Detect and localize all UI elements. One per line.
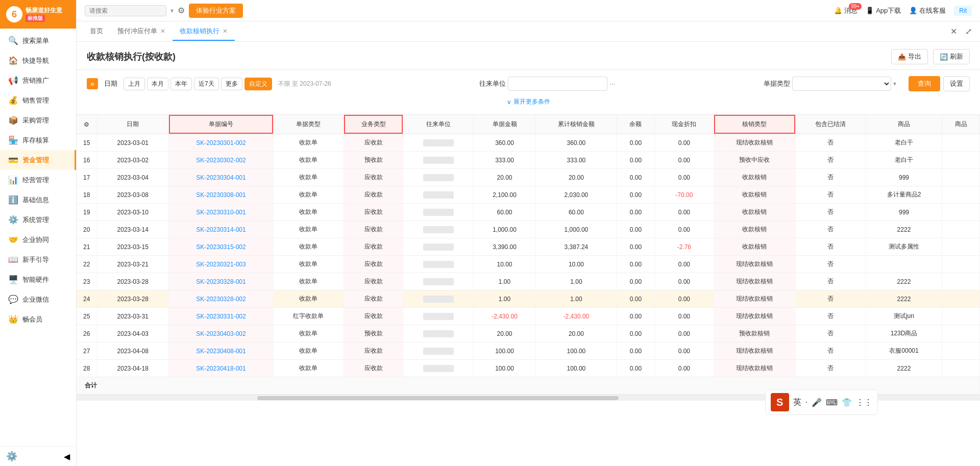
header-gear-icon[interactable]: ⚙ (178, 6, 185, 15)
query-btn[interactable]: 查询 (909, 76, 940, 91)
cell-order-no[interactable]: SK-20230328-002 (168, 290, 273, 308)
order-no-link[interactable]: SK-20230328-001 (196, 278, 246, 285)
order-no-link[interactable]: SK-20230321-003 (196, 261, 246, 268)
table-row[interactable]: 182023-03-08SK-20230308-001收款单应收款2,100.0… (77, 186, 980, 204)
cell-order-no[interactable]: SK-20230302-002 (168, 152, 273, 169)
cell-include-settled: 否 (795, 325, 866, 342)
online-service-button[interactable]: 👤 在线客服 (909, 6, 946, 15)
table-row[interactable]: 232023-03-28SK-20230328-001收款单应收款1.001.0… (77, 273, 980, 290)
tab-collection[interactable]: 收款核销执行 ✕ (173, 22, 235, 41)
cell-order-no[interactable]: SK-20230308-001 (168, 186, 273, 204)
tab-close-all-btn[interactable]: ✕ (948, 24, 959, 38)
cell-order-no[interactable]: SK-20230301-002 (168, 134, 273, 152)
table-row[interactable]: 152023-03-01SK-20230301-002收款单应收款360.003… (77, 134, 980, 152)
table-row[interactable]: 202023-03-14SK-20230314-001收款单应收款1,000.0… (77, 221, 980, 238)
cell-order-no[interactable]: SK-20230331-002 (168, 308, 273, 325)
partner-input[interactable] (508, 77, 607, 91)
order-no-link[interactable]: SK-20230315-002 (196, 243, 246, 251)
date-btn-custom[interactable]: 自定义 (244, 78, 272, 90)
sidebar-item-wechat[interactable]: 💬 企业微信 (0, 289, 76, 309)
cell-order-no[interactable]: SK-20230408-001 (168, 342, 273, 360)
dropdown-icon[interactable]: ▾ (170, 7, 174, 14)
sidebar-collapse-icon[interactable]: ◀ (64, 452, 70, 461)
sidebar-item-finance[interactable]: 💳 资金管理 (0, 150, 76, 170)
date-btn-more[interactable]: 更多 (221, 78, 242, 90)
sidebar-item-shortcut[interactable]: 🏠 快捷导航 (0, 51, 76, 70)
date-btn-7days[interactable]: 近7天 (194, 78, 219, 90)
table-row[interactable]: 162023-03-02SK-20230302-002收款单预收款333.003… (77, 152, 980, 169)
cell-order-no[interactable]: SK-20230310-001 (168, 204, 273, 221)
sidebar-settings-icon[interactable]: ⚙️ (6, 451, 17, 462)
kb-text-btn[interactable]: 英 (793, 397, 801, 408)
table-row[interactable]: 192023-03-10SK-20230310-001收款单应收款60.0060… (77, 204, 980, 221)
expand-more-btn[interactable]: ∨ 展开更多条件 (507, 97, 550, 106)
sidebar-item-corp[interactable]: 🤝 企业协同 (0, 230, 76, 250)
sidebar-item-guide[interactable]: 📖 新手引导 (0, 250, 76, 269)
settings-btn[interactable]: 设置 (943, 76, 970, 91)
sidebar-item-basic[interactable]: ℹ️ 基础信息 (0, 190, 76, 210)
cell-order-no[interactable]: SK-20230314-001 (168, 221, 273, 238)
order-no-link[interactable]: SK-20230328-002 (196, 296, 246, 303)
order-no-link[interactable]: SK-20230301-002 (196, 139, 246, 146)
cell-order-no[interactable]: SK-20230315-002 (168, 238, 273, 256)
kb-mic-icon[interactable]: 🎤 (812, 398, 822, 407)
kb-grid-icon[interactable]: ⋮⋮ (856, 398, 872, 407)
tab-home[interactable]: 首页 (83, 22, 110, 41)
date-btn-this-year[interactable]: 本年 (170, 78, 192, 90)
kb-keyboard-icon[interactable]: ⌨ (826, 398, 838, 407)
scrollbar-thumb[interactable] (257, 396, 619, 400)
order-no-link[interactable]: SK-20230331-002 (196, 313, 246, 320)
tab-collection-close[interactable]: ✕ (223, 28, 228, 35)
order-no-link[interactable]: SK-20230304-001 (196, 174, 246, 181)
breadcrumb-search-input[interactable] (85, 5, 166, 16)
app-download-button[interactable]: 📱 App下载 (866, 6, 901, 15)
cell-goods: 2222 (866, 290, 942, 308)
table-row[interactable]: 282023-04-18SK-20230418-001收款单应收款100.001… (77, 360, 980, 377)
order-no-link[interactable]: SK-20230418-001 (196, 365, 246, 372)
experience-btn[interactable]: 体验行业方案 (189, 4, 243, 18)
cell-order-no[interactable]: SK-20230328-001 (168, 273, 273, 290)
cell-amount: 60.00 (474, 204, 535, 221)
cell-balance: 0.00 (617, 186, 654, 204)
tab-payable[interactable]: 预付冲应付单 ✕ (110, 22, 173, 41)
table-row[interactable]: 272023-04-08SK-20230408-001收款单应收款100.001… (77, 342, 980, 360)
sidebar-item-system[interactable]: ⚙️ 系统管理 (0, 210, 76, 230)
table-row[interactable]: 262023-04-03SK-20230403-002收款单预收款20.0020… (77, 325, 980, 342)
sidebar-item-sales[interactable]: 💰 销售管理 (0, 90, 76, 110)
tab-payable-close[interactable]: ✕ (160, 28, 165, 35)
order-no-link[interactable]: SK-20230302-002 (196, 157, 246, 164)
notice-button[interactable]: 🔔 消息 99+ (834, 6, 857, 15)
order-no-link[interactable]: SK-20230314-001 (196, 226, 246, 233)
sidebar-item-purchase[interactable]: 📦 采购管理 (0, 110, 76, 130)
filter-toggle-btn[interactable]: » (87, 78, 98, 89)
date-btn-this-month[interactable]: 本月 (147, 78, 168, 90)
date-btn-last-month[interactable]: 上月 (124, 78, 145, 90)
sidebar-item-marketing[interactable]: 📢 营销推广 (0, 70, 76, 90)
order-no-link[interactable]: SK-20230310-001 (196, 209, 246, 216)
cell-order-no[interactable]: SK-20230304-001 (168, 169, 273, 186)
table-row[interactable]: 172023-03-04SK-20230304-001收款单应收款20.0020… (77, 169, 980, 186)
sidebar-item-hardware[interactable]: 🖥️ 智能硬件 (0, 269, 76, 289)
cell-order-no[interactable]: SK-20230418-001 (168, 360, 273, 377)
sidebar-item-search[interactable]: 🔍 搜索菜单 (0, 31, 76, 51)
table-row[interactable]: 212023-03-15SK-20230315-002收款单应收款3,390.0… (77, 238, 980, 256)
table-row[interactable]: 222023-03-21SK-20230321-003收款单应收款10.0010… (77, 256, 980, 273)
order-no-link[interactable]: SK-20230408-001 (196, 348, 246, 355)
cell-date: 2023-03-14 (97, 221, 168, 238)
order-no-link[interactable]: SK-20230308-001 (196, 191, 246, 199)
tab-expand-btn[interactable]: ⤢ (963, 24, 974, 38)
kb-shirt-icon[interactable]: 👕 (842, 398, 852, 407)
cell-order-no[interactable]: SK-20230321-003 (168, 256, 273, 273)
export-btn[interactable]: 📤 导出 (891, 49, 928, 64)
sidebar-item-operation[interactable]: 📊 经营管理 (0, 170, 76, 190)
voucher-type-select[interactable] (792, 77, 891, 91)
sidebar-item-vip[interactable]: 👑 畅会员 (0, 309, 76, 329)
user-avatar[interactable]: Rit (954, 6, 972, 16)
partner-dots[interactable]: ··· (609, 80, 616, 88)
cell-order-no[interactable]: SK-20230403-002 (168, 325, 273, 342)
table-row[interactable]: 252023-03-31SK-20230331-002红字收款单应收款-2,43… (77, 308, 980, 325)
table-row[interactable]: 242023-03-28SK-20230328-002收款单应收款1.001.0… (77, 290, 980, 308)
order-no-link[interactable]: SK-20230403-002 (196, 330, 246, 337)
refresh-btn[interactable]: 🔄 刷新 (933, 49, 970, 64)
sidebar-item-inventory[interactable]: 🏪 库存核算 (0, 130, 76, 150)
